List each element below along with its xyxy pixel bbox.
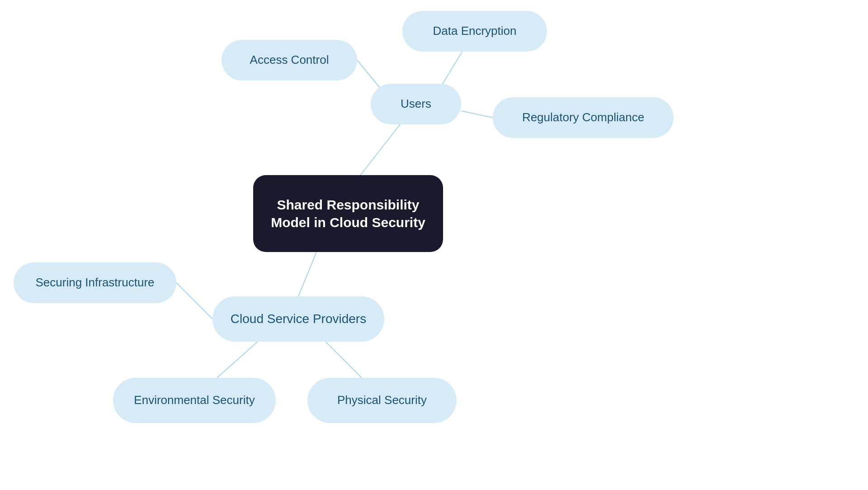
environmental-security-node: Environmental Security [113, 378, 276, 423]
physical-security-label: Physical Security [337, 393, 427, 408]
access-control-node: Access Control [222, 40, 357, 81]
data-encryption-node: Data Encryption [402, 11, 547, 52]
securing-infrastructure-node: Securing Infrastructure [14, 262, 176, 303]
svg-line-7 [326, 342, 362, 378]
securing-infrastructure-label: Securing Infrastructure [35, 275, 154, 290]
users-node: Users [371, 84, 461, 124]
users-node-label: Users [401, 96, 431, 112]
regulatory-compliance-node: Regulatory Compliance [493, 97, 674, 138]
physical-security-node: Physical Security [307, 378, 457, 423]
environmental-security-label: Environmental Security [134, 393, 255, 408]
svg-line-6 [217, 342, 258, 378]
regulatory-compliance-label: Regulatory Compliance [522, 110, 644, 125]
cloud-service-providers-label: Cloud Service Providers [231, 311, 366, 327]
center-node: Shared Responsibility Model in Cloud Sec… [253, 175, 443, 252]
cloud-service-providers-node: Cloud Service Providers [212, 296, 384, 342]
center-node-label: Shared Responsibility Model in Cloud Sec… [268, 196, 429, 231]
data-encryption-label: Data Encryption [433, 24, 517, 39]
access-control-label: Access Control [250, 52, 329, 68]
svg-line-3 [461, 111, 493, 118]
svg-line-4 [298, 252, 316, 296]
svg-line-5 [176, 283, 212, 319]
